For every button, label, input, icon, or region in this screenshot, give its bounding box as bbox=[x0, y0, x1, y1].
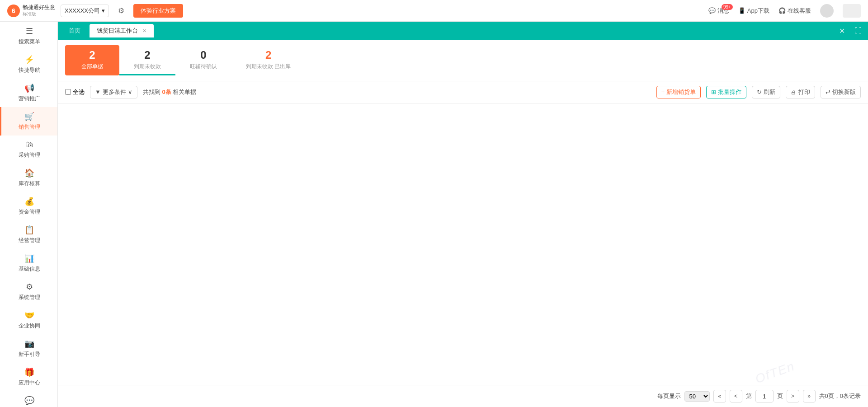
toolbar-left: 全选 ▼ 更多条件 ∨ 共找到 0条 相关单据 bbox=[65, 86, 651, 98]
batch-operation-button[interactable]: ⊞ 批量操作 bbox=[706, 86, 746, 98]
last-page-button[interactable]: » bbox=[803, 390, 816, 402]
tab-home[interactable]: 首页 bbox=[61, 24, 88, 37]
sidebar-item-quick-nav[interactable]: ⚡ 快捷导航 bbox=[0, 50, 57, 79]
marketing-icon: 📢 bbox=[24, 83, 34, 93]
finance-icon: 💰 bbox=[24, 196, 34, 206]
select-all-label: 全选 bbox=[73, 88, 85, 96]
message-icon: 💬 bbox=[708, 7, 716, 14]
main-layout: ☰ 搜索菜单 ⚡ 快捷导航 📢 营销推广 🛒 销售管理 🛍 采购管理 🏠 库存核… bbox=[0, 22, 868, 407]
stat-num-overdue: 2 bbox=[134, 49, 161, 62]
sidebar-label-sales: 销售管理 bbox=[19, 123, 40, 131]
tab-cashflow-workbench[interactable]: 钱货日清工作台 ✕ bbox=[90, 24, 154, 37]
sidebar-label-quick-nav: 快捷导航 bbox=[19, 66, 40, 74]
tab-actions: ✕ ⛶ bbox=[835, 24, 864, 37]
found-count: 0条 bbox=[162, 89, 171, 95]
tab-close-window-btn[interactable]: ✕ bbox=[835, 24, 848, 37]
page-word: 第 bbox=[746, 392, 752, 400]
sidebar-label-search-menu: 搜索菜单 bbox=[19, 38, 40, 46]
current-page-input[interactable] bbox=[755, 390, 774, 402]
filter-icon: ▼ bbox=[95, 89, 101, 95]
sys-mgmt-icon: ⚙ bbox=[26, 282, 33, 292]
toolbar: 全选 ▼ 更多条件 ∨ 共找到 0条 相关单据 + 新增销货单 bbox=[58, 81, 868, 103]
sidebar-item-inventory[interactable]: 🏠 库存核算 bbox=[0, 164, 57, 192]
experience-button[interactable]: 体验行业方案 bbox=[133, 4, 183, 18]
top-bar-left: 6 畅捷通好生意 标准版 XXXXXX公司 ▾ ⚙ 体验行业方案 bbox=[7, 4, 183, 18]
sidebar-item-marketing[interactable]: 📢 营销推广 bbox=[0, 79, 57, 107]
sidebar-item-newbie[interactable]: 📷 新手引导 bbox=[0, 334, 57, 363]
toolbar-right: + 新增销货单 ⊞ 批量操作 ↻ 刷新 🖨 打印 ⇄ bbox=[656, 86, 861, 98]
user-name-area[interactable] bbox=[843, 4, 861, 18]
online-service-button[interactable]: 🎧 在线客服 bbox=[778, 7, 811, 15]
search-menu-icon: ☰ bbox=[26, 26, 33, 36]
sidebar-item-purchase[interactable]: 🛍 采购管理 bbox=[0, 136, 57, 164]
app-download-button[interactable]: 📱 App下载 bbox=[738, 7, 769, 15]
app-download-label: App下载 bbox=[747, 7, 769, 15]
stat-card-shipped[interactable]: 2 到期未收款 已出库 bbox=[231, 45, 305, 75]
sidebar-label-operations: 经营管理 bbox=[19, 237, 40, 244]
sidebar-item-app-center[interactable]: 🎁 应用中心 bbox=[0, 363, 57, 391]
tab-close-icon[interactable]: ✕ bbox=[142, 28, 146, 34]
stat-card-wangfu[interactable]: 0 旺辅待确认 bbox=[175, 45, 231, 75]
sidebar-item-sales[interactable]: 🛒 销售管理 bbox=[0, 107, 57, 136]
enterprise-icon: 🤝 bbox=[24, 310, 34, 320]
add-sales-order-button[interactable]: + 新增销货单 bbox=[656, 86, 701, 98]
app-center-icon: 🎁 bbox=[24, 367, 34, 377]
chevron-down-icon: ▾ bbox=[102, 7, 105, 14]
page-suffix: 页 bbox=[777, 392, 783, 400]
sidebar-item-finance[interactable]: 💰 资金管理 bbox=[0, 192, 57, 220]
app-name: 畅捷通好生意 bbox=[23, 4, 55, 11]
service-icon: 🎧 bbox=[778, 7, 786, 14]
sidebar-item-enterprise[interactable]: 🤝 企业协同 bbox=[0, 306, 57, 334]
select-all-checkbox[interactable]: 全选 bbox=[65, 88, 85, 96]
sidebar-item-operations[interactable]: 📋 经营管理 bbox=[0, 220, 57, 249]
newbie-icon: 📷 bbox=[24, 339, 34, 349]
refresh-icon: ↻ bbox=[757, 89, 762, 95]
print-button[interactable]: 🖨 打印 bbox=[786, 86, 815, 98]
sidebar-label-sys-mgmt: 系统管理 bbox=[19, 294, 40, 301]
inventory-icon: 🏠 bbox=[24, 168, 34, 178]
stat-label-overdue: 到期未收款 bbox=[134, 63, 161, 70]
sidebar-label-marketing: 营销推广 bbox=[19, 95, 40, 103]
total-records: 共0页，0条记录 bbox=[819, 392, 861, 400]
refresh-button[interactable]: ↻ 刷新 bbox=[752, 86, 780, 98]
tab-cashflow-label: 钱货日清工作台 bbox=[97, 27, 138, 35]
page-content: 2 全部单据 2 到期未收款 0 旺辅待确认 2 到期未收款 已出库 bbox=[58, 40, 868, 407]
sidebar-label-finance: 资金管理 bbox=[19, 208, 40, 216]
stat-card-overdue[interactable]: 2 到期未收款 bbox=[119, 45, 175, 75]
sidebar-label-app-center: 应用中心 bbox=[19, 379, 40, 387]
sidebar-item-sys-mgmt[interactable]: ⚙ 系统管理 bbox=[0, 277, 57, 306]
switch-version-button[interactable]: ⇄ 切换新版 bbox=[821, 86, 861, 98]
sidebar-item-search-menu[interactable]: ☰ 搜索菜单 bbox=[0, 22, 57, 50]
company-selector[interactable]: XXXXXX公司 ▾ bbox=[61, 5, 109, 17]
per-page-label: 每页显示 bbox=[657, 392, 681, 400]
content-area: 首页 钱货日清工作台 ✕ ✕ ⛶ 2 全部单据 2 到期未收款 bbox=[58, 22, 868, 407]
pagination-bar: 每页显示 50 20 100 « < 第 页 > » 共0页，0条记录 bbox=[58, 385, 868, 407]
company-name: XXXXXX公司 bbox=[65, 7, 100, 15]
sidebar-item-base-info[interactable]: 📊 基础信息 bbox=[0, 249, 57, 277]
checkbox-input[interactable] bbox=[65, 89, 71, 95]
found-prefix: 共找到 bbox=[143, 89, 160, 95]
more-filter-label: 更多条件 bbox=[103, 88, 126, 96]
print-icon: 🖨 bbox=[791, 89, 797, 95]
avatar[interactable] bbox=[820, 4, 834, 18]
message-button[interactable]: 💬 消息 99+ bbox=[708, 7, 729, 15]
tab-expand-btn[interactable]: ⛶ bbox=[852, 24, 864, 37]
next-page-button[interactable]: > bbox=[787, 390, 799, 402]
stat-num-shipped: 2 bbox=[246, 49, 291, 62]
stat-label-all: 全部单据 bbox=[80, 63, 105, 70]
more-filter-button[interactable]: ▼ 更多条件 ∨ bbox=[90, 86, 137, 98]
print-label: 打印 bbox=[798, 88, 810, 96]
page-size-select[interactable]: 50 20 100 bbox=[684, 391, 710, 402]
sidebar-label-base-info: 基础信息 bbox=[19, 265, 40, 273]
stat-label-shipped: 到期未收款 已出库 bbox=[246, 63, 291, 70]
logo-text-block: 畅捷通好生意 标准版 bbox=[23, 4, 55, 18]
settings-icon[interactable]: ⚙ bbox=[114, 4, 128, 18]
logo-area: 6 畅捷通好生意 标准版 bbox=[7, 4, 55, 18]
top-bar: 6 畅捷通好生意 标准版 XXXXXX公司 ▾ ⚙ 体验行业方案 💬 消息 99… bbox=[0, 0, 868, 22]
stat-card-all[interactable]: 2 全部单据 bbox=[65, 45, 119, 75]
first-page-button[interactable]: « bbox=[713, 390, 726, 402]
sidebar-item-weixin[interactable]: 💬 企业微信 bbox=[0, 391, 57, 407]
sidebar-label-enterprise: 企业协同 bbox=[19, 322, 40, 330]
sidebar-label-newbie: 新手引导 bbox=[19, 351, 40, 358]
prev-page-button[interactable]: < bbox=[730, 390, 742, 402]
